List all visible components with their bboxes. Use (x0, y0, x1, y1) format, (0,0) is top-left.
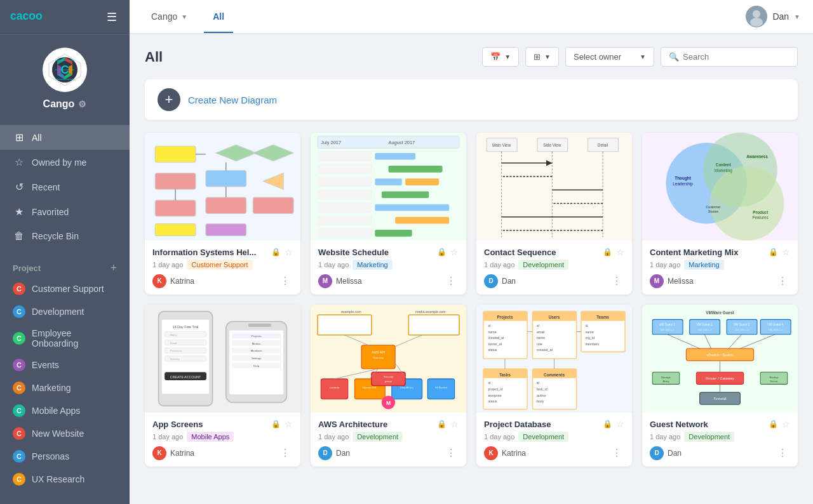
sidebar-item-recycle[interactable]: 🗑 Recycle Bin (0, 224, 130, 248)
calendar-view-button[interactable]: 📅 ▼ (482, 47, 519, 67)
svg-marker-13 (263, 173, 283, 190)
card-title: Project Database (484, 420, 603, 429)
svg-text:Users: Users (549, 315, 560, 319)
svg-rect-12 (206, 197, 246, 214)
card-thumbnail: July 2017 August 2017 (311, 133, 466, 241)
star-icon[interactable]: ☆ (782, 247, 790, 257)
workspace-tab[interactable]: Cango ▼ (142, 1, 196, 32)
card-footer: M Melissa ⋮ (650, 274, 790, 288)
search-icon: 🔍 (669, 52, 679, 62)
svg-rect-31 (375, 178, 402, 185)
diagram-card-content-marketing[interactable]: Thought Leadership Awareness Content Mar… (642, 133, 798, 295)
add-project-button[interactable]: + (110, 262, 117, 274)
card-tag: Development (353, 432, 403, 442)
svg-text:Lambda: Lambda (330, 386, 340, 389)
svg-text:vSwitch / Switch: vSwitch / Switch (706, 353, 733, 357)
svg-text:VM Guest 2: VM Guest 2 (696, 323, 713, 326)
svg-text:assignee: assignee (488, 394, 501, 397)
sidebar-item-personas[interactable]: C Personas (0, 445, 130, 468)
grid-icon: ⊞ (534, 52, 541, 62)
card-tag: Customer Support (187, 260, 252, 270)
sidebar-item-all[interactable]: ⊞ All (0, 125, 130, 150)
sidebar-item-favorited[interactable]: ★ Favorited (0, 199, 130, 224)
star-icon[interactable]: ☆ (285, 419, 293, 429)
workspace-settings-icon[interactable]: ⚙ (78, 99, 86, 109)
search-box[interactable]: 🔍 (661, 47, 798, 67)
card-info: Contact Sequence 🔒 ☆ 1 day ago Developme… (476, 241, 632, 295)
sidebar-item-events[interactable]: C Events (0, 354, 130, 376)
grid-view-button[interactable]: ⊞ ▼ (525, 47, 559, 67)
svg-marker-10 (216, 145, 257, 161)
search-input[interactable] (683, 52, 789, 62)
sidebar-item-ux-research[interactable]: C UX Research (0, 468, 130, 491)
diagram-card-info-systems[interactable]: Information Systems Hel... 🔒 ☆ 1 day ago… (145, 133, 300, 295)
card-more-button[interactable]: ⋮ (278, 274, 293, 288)
create-new-diagram-button[interactable]: + Create New Diagram (145, 79, 798, 120)
diagram-card-app-screens[interactable]: 14-Day Free Trial Name Email Password In… (145, 305, 300, 467)
star-icon[interactable]: ☆ (616, 247, 624, 257)
svg-rect-28 (318, 164, 372, 174)
lock-icon: 🔒 (769, 420, 778, 428)
card-more-button[interactable]: ⋮ (609, 446, 624, 460)
create-plus-icon: + (158, 88, 180, 111)
star-icon[interactable]: ☆ (450, 247, 459, 257)
menu-toggle-button[interactable]: ☰ (104, 8, 119, 27)
star-icon[interactable]: ☆ (782, 419, 790, 429)
project-dot: C (13, 381, 25, 394)
card-more-button[interactable]: ⋮ (443, 446, 459, 460)
svg-text:Password: Password (170, 349, 182, 352)
owner-select[interactable]: Select owner ▼ (565, 47, 654, 67)
svg-text:status: status (488, 399, 497, 403)
card-more-button[interactable]: ⋮ (278, 446, 293, 460)
diagram-card-contact-sequence[interactable]: Main View Side View Detail (476, 133, 632, 295)
card-more-button[interactable]: ⋮ (775, 274, 790, 288)
svg-text:Customer: Customer (706, 205, 720, 209)
user-avatar: M (650, 274, 664, 288)
user-avatar: D (484, 274, 498, 288)
main-content: Cango ▼ All Dan ▼ All 📅 ▼ (130, 0, 813, 504)
diagram-card-aws-architecture[interactable]: example.com media.example.com AWS API Ga… (311, 305, 466, 467)
sidebar-item-marketing[interactable]: C Marketing (0, 376, 130, 399)
tab-all[interactable]: All (204, 1, 233, 33)
svg-rect-161 (652, 319, 683, 334)
card-more-button[interactable]: ⋮ (443, 274, 459, 288)
sidebar-item-recent[interactable]: ↺ Recent (0, 175, 130, 199)
svg-text:Help: Help (253, 364, 259, 368)
content-area: All 📅 ▼ ⊞ ▼ Select owner ▼ 🔍 (130, 34, 813, 504)
sidebar-item-customer-support[interactable]: C Customer Support (0, 277, 130, 300)
sidebar-item-development[interactable]: C Development (0, 300, 130, 323)
card-meta: 1 day ago Customer Support (152, 260, 293, 270)
svg-text:Projects: Projects (497, 315, 513, 320)
diagram-card-website-schedule[interactable]: July 2017 August 2017 (311, 133, 466, 295)
workspace-name-label: Cango ⚙ (43, 98, 87, 110)
star-icon[interactable]: ☆ (616, 419, 624, 429)
svg-text:cacoo: cacoo (10, 9, 43, 22)
svg-text:Projects: Projects (252, 335, 261, 338)
svg-text:14-Day Free Trial: 14-Day Free Trial (173, 325, 199, 329)
sidebar-item-employee-onboarding[interactable]: C Employee Onboarding (0, 323, 130, 354)
card-info: Website Schedule 🔒 ☆ 1 day ago Marketing… (311, 241, 466, 295)
svg-text:Server: Server (770, 380, 778, 383)
header-controls: 📅 ▼ ⊞ ▼ Select owner ▼ 🔍 (482, 47, 798, 67)
card-footer: K Katrina ⋮ (484, 446, 624, 460)
svg-rect-37 (318, 216, 372, 225)
sidebar-item-owned[interactable]: ☆ Owned by me (0, 150, 130, 175)
svg-text:CloudFront: CloudFront (400, 386, 414, 389)
user-avatar: K (152, 274, 166, 288)
sidebar-item-new-website[interactable]: C New Website (0, 422, 130, 445)
svg-rect-39 (318, 229, 372, 238)
diagram-card-project-database[interactable]: Projects id name created_at owner_id sta… (476, 305, 632, 467)
star-icon[interactable]: ☆ (450, 419, 459, 429)
card-more-button[interactable]: ⋮ (775, 446, 790, 460)
sidebar-item-mobile-apps[interactable]: C Mobile Apps (0, 399, 130, 422)
card-title: AWS Architecture (318, 420, 437, 429)
lock-icon: 🔒 (603, 248, 612, 256)
star-icon[interactable]: ☆ (285, 247, 293, 257)
svg-text:name: name (488, 330, 496, 334)
svg-text:Gateway: Gateway (373, 356, 384, 359)
card-more-button[interactable]: ⋮ (609, 274, 624, 288)
calendar-icon: 📅 (490, 52, 501, 62)
diagram-card-guest-network[interactable]: VMWare Guest VM Guest 1 192.168.1.1 VM G… (642, 305, 798, 467)
projects-list: C Customer Support C Development C Emplo… (0, 277, 130, 491)
svg-line-176 (704, 335, 711, 348)
